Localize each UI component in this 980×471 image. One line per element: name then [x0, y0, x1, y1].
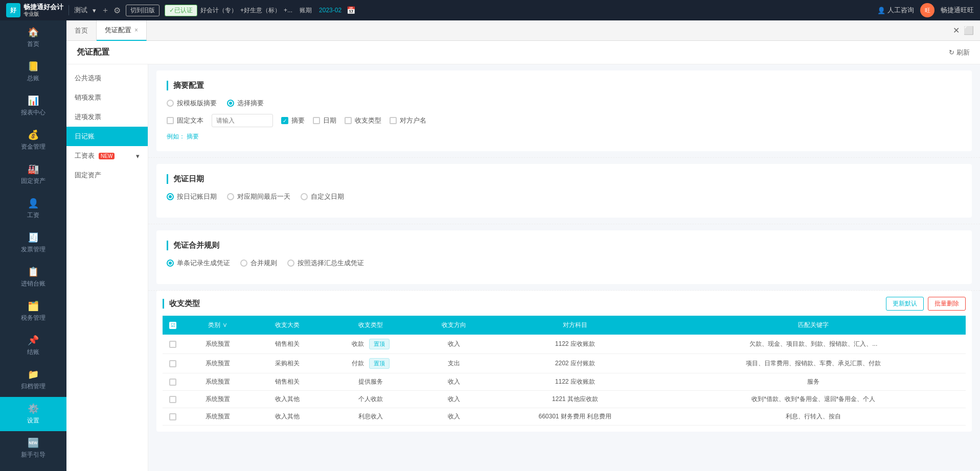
radio-single-record[interactable]: 单条记录生成凭证	[167, 258, 230, 268]
avatar: 旺	[920, 3, 935, 17]
sidebar-item-invoice[interactable]: 🧾 发票管理	[0, 226, 66, 260]
sidebar-item-close[interactable]: 📌 结账	[0, 328, 66, 363]
td-subject-1: 1122 应收账款	[489, 335, 661, 354]
batch-delete-btn[interactable]: 批量删除	[928, 297, 966, 311]
th-type: 收支类型	[322, 316, 419, 335]
row-checkbox-4[interactable]	[169, 396, 176, 403]
update-default-btn[interactable]: 更新默认	[886, 297, 924, 311]
th-checkbox[interactable]: ☑	[163, 316, 183, 335]
row-checkbox-1[interactable]	[169, 341, 176, 348]
checkbox-date[interactable]: 日期	[313, 116, 336, 125]
summary-radio-group: 按模板版摘要 选择摘要	[167, 99, 962, 108]
switch-btn[interactable]: 切到旧版	[126, 5, 159, 16]
archive-icon: 📁	[28, 369, 39, 380]
sidebar-item-fund[interactable]: 💰 资金管理	[0, 123, 66, 157]
top-bar-tags: ✓已认证 好会计（专） +好生意（标） +...	[165, 5, 292, 16]
gear-icon[interactable]: ⚙	[113, 6, 121, 15]
radio-circle-single-record	[167, 260, 174, 267]
sales-icon: 📋	[28, 266, 39, 277]
sidebar-item-settings[interactable]: ⚙️ 设置	[0, 397, 66, 431]
radio-template-summary[interactable]: 按模板版摘要	[167, 99, 217, 108]
tab-home[interactable]: 首页	[66, 20, 97, 41]
calendar-icon[interactable]: 📅	[347, 6, 355, 14]
nav-item-diary[interactable]: 日记账	[66, 127, 148, 146]
radio-period-last[interactable]: 对应期间最后一天	[227, 192, 290, 201]
new-badge: NEW	[99, 153, 115, 159]
sidebar-item-label: 固定资产	[21, 177, 45, 185]
td-checkbox-3[interactable]	[163, 373, 183, 391]
radio-circle-template	[167, 100, 174, 107]
close-book-icon: 📌	[28, 335, 39, 346]
checkbox-fixed-text[interactable]: 固定文本	[167, 116, 203, 125]
td-subject-4: 1221 其他应收款	[489, 391, 661, 408]
sidebar-item-label: 进销台账	[21, 279, 45, 288]
table-row: 系统预置 收入其他 利息收入 收入 660301 财务费用 利息费用 利息、行转…	[163, 408, 966, 426]
checkbox-income-type[interactable]: 收支类型	[345, 116, 381, 125]
sidebar-item-home[interactable]: 🏠 首页	[0, 20, 66, 55]
sidebar-item-sales[interactable]: 📋 进销台账	[0, 260, 66, 294]
sidebar-item-ledger[interactable]: 📒 总账	[0, 55, 66, 89]
row-checkbox-5[interactable]	[169, 413, 176, 420]
test-dropdown[interactable]: ▾	[93, 7, 96, 14]
sidebar-item-label: 首页	[27, 40, 39, 49]
sidebar-item-guide[interactable]: 🆕 新手引导	[0, 431, 66, 465]
right-panel: 摘要配置 按模板版摘要 选择摘要	[148, 64, 980, 471]
nav-item-public[interactable]: 公共选项	[66, 68, 148, 88]
plus-icon[interactable]: ＋	[101, 5, 109, 16]
fixed-text-input[interactable]	[212, 114, 273, 127]
override-btn-2[interactable]: 置顶	[369, 358, 390, 369]
nav-item-purchase-invoice[interactable]: 进项发票	[66, 107, 148, 127]
nav-item-payroll[interactable]: 工资表 NEW ▾	[66, 146, 148, 166]
consult-btn[interactable]: 👤 人工咨询	[877, 6, 914, 15]
th-direction: 收支方向	[419, 316, 489, 335]
checkbox-counterpart[interactable]: 对方户名	[390, 116, 426, 125]
tab-maximize-icon[interactable]: ⬜	[964, 26, 974, 35]
td-checkbox-2[interactable]	[163, 354, 183, 373]
td-direction-5: 收入	[419, 408, 489, 426]
table-actions: 更新默认 批量删除	[886, 297, 966, 311]
td-checkbox-4[interactable]	[163, 391, 183, 408]
sidebar-item-tax[interactable]: 🗂️ 税务管理	[0, 294, 66, 328]
override-btn-1[interactable]: 置顶	[369, 339, 390, 349]
td-checkbox-1[interactable]	[163, 335, 183, 354]
table-row: 系统预置 采购相关 付款 置顶 支出 2202 应付账款	[163, 354, 966, 373]
tab-voucher-config[interactable]: 凭证配置 ×	[97, 20, 147, 41]
fund-icon: 💰	[28, 129, 39, 140]
page-header: 凭证配置 ↻ 刷新	[66, 41, 980, 64]
td-subject-3: 1122 应收账款	[489, 373, 661, 391]
sidebar-item-salary[interactable]: 👤 工资	[0, 192, 66, 226]
nav-item-sales-invoice[interactable]: 销项发票	[66, 88, 148, 107]
radio-select-aggregate[interactable]: 按照选择汇总生成凭证	[287, 258, 364, 268]
radio-merge-rule[interactable]: 合并规则	[240, 258, 277, 268]
tag3: +...	[284, 7, 292, 14]
tab-bar: 首页 凭证配置 × ✕ ⬜	[66, 20, 980, 41]
td-category-5: 系统预置	[183, 408, 253, 426]
tab-close-window-icon[interactable]: ✕	[953, 26, 960, 35]
tab-bar-actions: ✕ ⬜	[953, 26, 980, 35]
row-checkbox-3[interactable]	[169, 379, 176, 386]
period-value: 2023-02	[319, 7, 341, 14]
radio-custom-date[interactable]: 自定义日期	[301, 192, 344, 201]
checkbox-summary[interactable]: ✓ 摘要	[281, 116, 305, 125]
sidebar-item-report[interactable]: 📊 报表中心	[0, 89, 66, 123]
income-expense-section: 收支类型 更新默认 批量删除 ☑	[156, 291, 972, 432]
sidebar-item-assets[interactable]: 🏭 固定资产	[0, 157, 66, 192]
radio-circle-merge-rule	[240, 260, 247, 267]
td-subject-2: 2202 应付账款	[489, 354, 661, 373]
sidebar-item-archive[interactable]: 📁 归档管理	[0, 363, 66, 397]
row-checkbox-2[interactable]	[169, 360, 176, 367]
radio-diary-date[interactable]: 按日记账日期	[167, 192, 217, 201]
tab-close-icon[interactable]: ×	[134, 27, 138, 34]
header-checkbox[interactable]: ☑	[169, 322, 176, 329]
td-major-4: 收入其他	[253, 391, 322, 408]
td-checkbox-5[interactable]	[163, 408, 183, 426]
nav-item-fixed-assets[interactable]: 固定资产	[66, 166, 148, 185]
sidebar-item-member[interactable]: 🏅 畅会员	[0, 465, 66, 471]
radio-select-summary[interactable]: 选择摘要	[227, 99, 264, 108]
invoice-icon: 🧾	[28, 232, 39, 243]
sidebar-item-label: 总账	[27, 74, 39, 83]
checkbox-box-counterpart	[390, 117, 397, 124]
refresh-btn[interactable]: ↻ 刷新	[949, 48, 970, 57]
logo-sub: 专业版	[24, 11, 63, 17]
test-label: 测试	[74, 6, 87, 15]
